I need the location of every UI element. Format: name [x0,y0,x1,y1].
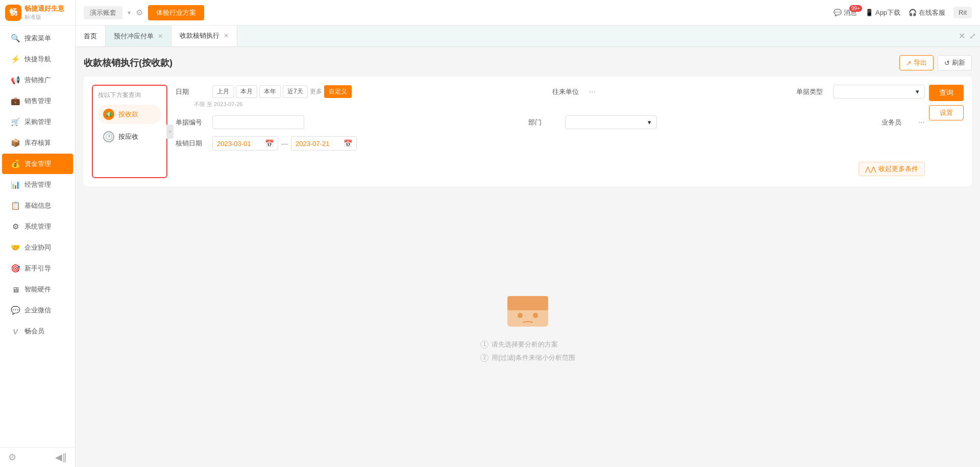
search-icon: 🔍 [10,33,20,43]
sidebar-item-quick[interactable]: ⚡ 快捷导航 [2,49,73,69]
receivable-icon: 🕐 [103,131,114,142]
close-prepay-tab-icon[interactable]: ✕ [158,33,163,40]
writeoff-end-input[interactable] [296,140,341,148]
sidebar-logo: 畅 畅捷通好生意 标准版 [0,0,75,26]
filter-area: 按以下方案查询 💵 按收款 🕐 按应收 » [84,77,972,186]
tab-home[interactable]: 首页 [76,26,106,46]
date-btn-custom[interactable]: 自定义 [324,85,352,98]
tabbar: 首页 预付冲应付单 ✕ 收款核销执行 ✕ ✕ ⤢ [76,26,980,47]
date-btn-last-month[interactable]: 上月 [212,85,234,98]
sidebar-nav: 🔍 搜索菜单 ⚡ 快捷导航 📢 营销推广 💼 销售管理 🛒 采购管理 📦 库存核… [0,26,75,447]
page-content: 收款核销执行(按收款) ↗ 导出 ↺ 刷新 按以下方案查询 💵 [76,47,980,467]
bill-no-input[interactable] [212,115,304,129]
close-writeoff-tab-icon[interactable]: ✕ [224,32,229,39]
setting-button[interactable]: 设置 [929,105,964,120]
enterprise-icon: 🤝 [10,242,20,253]
page-title: 收款核销执行(按收款) [84,57,173,69]
receipt-icon: 💵 [103,109,114,120]
company-name: 演示账套 [84,6,122,19]
tab-writeoff[interactable]: 收款核销执行 ✕ [172,26,237,46]
topbar: 演示账套 ▾ ⚙ 体验行业方案 💬 消息 99+ 📱 App下载 🎧 在线客服 … [76,0,980,26]
writeoff-start-input[interactable] [217,140,263,148]
dept-select[interactable]: ▾ [565,115,657,129]
staff-ellipsis[interactable]: ··· [918,118,925,127]
filter-option-by-receipt[interactable]: 💵 按收款 [98,105,161,124]
purchase-icon: 🛒 [10,117,20,127]
empty-illustration [497,281,558,332]
sidebar-item-purchase[interactable]: 🛒 采购管理 [2,112,73,132]
tabbar-actions: ✕ ⤢ [959,26,980,46]
sidebar-item-system[interactable]: ⚙ 系统管理 [2,216,73,237]
sidebar-item-marketing[interactable]: 📢 营销推广 [2,70,73,90]
filter-form: 日期 上月 本月 本年 近7天 更多 自定义 往来单位 ··· [176,85,964,178]
page-header-actions: ↗ 导出 ↺ 刷新 [899,55,972,70]
topbar-left: 演示账套 ▾ ⚙ 体验行业方案 [84,5,204,20]
sidebar-item-hardware[interactable]: 🖥 智能硬件 [2,279,73,300]
export-icon: ↗ [906,59,912,67]
basic-info-icon: 📋 [10,201,20,211]
counterpart-ellipsis[interactable]: ··· [589,87,596,96]
finance-icon: 💰 [10,159,20,169]
sidebar-item-sales[interactable]: 💼 销售管理 [2,91,73,111]
topbar-gear-icon[interactable]: ⚙ [136,8,143,17]
sidebar-item-basic[interactable]: 📋 基础信息 [2,195,73,216]
svg-point-2 [518,313,523,318]
writeoff-end-calendar-icon[interactable]: 📅 [344,139,352,148]
sidebar-item-guide[interactable]: 🎯 新手引导 [2,258,73,279]
sidebar-item-inventory[interactable]: 📦 库存核算 [2,133,73,153]
date-btn-this-year[interactable]: 本年 [259,85,281,98]
bill-type-label: 单据类型 [796,87,825,96]
headset-icon: 🎧 [909,9,917,16]
settings-bottom-icon[interactable]: ⚙ [8,452,16,463]
message-button[interactable]: 💬 消息 99+ [834,8,857,17]
operation-icon: 📊 [10,180,20,190]
hint-number-2: 2 [480,354,488,362]
online-service-button[interactable]: 🎧 在线客服 [909,8,945,17]
date-btn-this-month[interactable]: 本月 [236,85,257,98]
system-icon: ⚙ [10,222,20,232]
sidebar-item-finance[interactable]: 💰 资金管理 [2,154,73,174]
user-name[interactable]: Rit [953,7,972,18]
filter-row-writeoff-date: 核销日期 📅 — 📅 [176,136,925,151]
dept-label: 部门 [528,118,557,127]
close-tab-icon[interactable]: ✕ [959,31,965,41]
empty-svg [497,281,558,332]
industry-solution-button[interactable]: 体验行业方案 [148,5,204,20]
topbar-dropdown-arrow[interactable]: ▾ [128,9,131,16]
sidebar-item-enterprise[interactable]: 🤝 企业协同 [2,237,73,258]
app-logo-icon: 畅 [5,5,21,21]
inventory-icon: 📦 [10,138,20,148]
maximize-icon[interactable]: ⤢ [969,31,976,41]
sidebar-item-search[interactable]: 🔍 搜索菜单 [2,28,73,48]
refresh-icon: ↺ [944,59,950,67]
writeoff-start-calendar-icon[interactable]: 📅 [265,139,274,148]
writeoff-start-wrap: 📅 [212,136,278,151]
bill-type-select[interactable]: ▾ [833,85,925,99]
date-no-limit-text: 不限 至 2023-07-26 [194,101,925,108]
date-range-separator: — [281,140,288,148]
collapse-more-button[interactable]: ⋀⋀ 收起更多条件 [859,162,925,176]
empty-state: 1 请先选择要分析的方案 2 用[过滤]条件来缩小分析范围 [84,186,972,459]
message-badge: 99+ [849,5,862,12]
sidebar-item-operation[interactable]: 📊 经营管理 [2,175,73,195]
writeoff-end-wrap: 📅 [291,136,357,151]
date-more-label[interactable]: 更多 [310,87,322,96]
bill-type-chevron: ▾ [916,88,919,95]
bill-no-label: 单据编号 [176,118,204,127]
app-download-icon: 📱 [865,9,873,16]
hint-number-1: 1 [480,340,488,349]
collapse-sidebar-icon[interactable]: ◀‖ [55,452,67,463]
refresh-button[interactable]: ↺ 刷新 [938,55,972,70]
app-download-button[interactable]: 📱 App下载 [865,8,900,17]
collapse-left-panel-icon[interactable]: » [166,125,174,139]
sidebar-item-member[interactable]: V 畅会员 [2,321,73,341]
query-button[interactable]: 查询 [929,85,964,101]
date-btn-7days[interactable]: 近7天 [283,85,308,98]
sidebar-item-wechat[interactable]: 💬 企业微信 [2,300,73,321]
tab-prepay[interactable]: 预付冲应付单 ✕ [106,26,172,46]
app-logo-text: 畅捷通好生意 标准版 [24,4,64,21]
filter-row-date: 日期 上月 本月 本年 近7天 更多 自定义 往来单位 ··· [176,85,925,99]
filter-option-by-receivable[interactable]: 🕐 按应收 [98,127,161,146]
guide-icon: 🎯 [10,263,20,274]
export-button[interactable]: ↗ 导出 [899,55,934,70]
